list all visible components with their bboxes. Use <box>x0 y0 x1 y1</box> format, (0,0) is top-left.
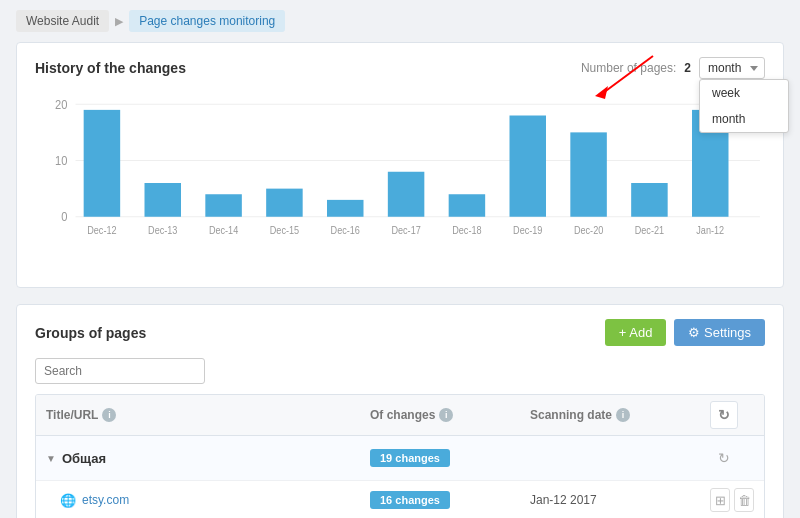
chart-header: History of the changes Number of pages: … <box>35 57 765 79</box>
group-actions-cell: ↻ <box>710 444 754 472</box>
groups-actions: + Add ⚙ Settings <box>605 319 765 346</box>
svg-text:20: 20 <box>55 97 68 111</box>
chart-svg: 20 10 0 Dec-12 Dec-13 Dec-14 Dec-15 Dec- <box>35 93 765 273</box>
breadcrumb-page-changes[interactable]: Page changes monitoring <box>129 10 285 32</box>
num-pages-label: Number of pages: <box>581 61 676 75</box>
group-name-cell: ▼ Общая <box>46 451 370 466</box>
dropdown-item-week[interactable]: week <box>700 80 788 106</box>
svg-text:0: 0 <box>61 210 68 224</box>
col-title-url: Title/URL i <box>46 401 370 429</box>
chart-controls: Number of pages: 2 week month week month <box>581 57 765 79</box>
table-row: 🌐 etsy.com 16 changes Jan-12 2017 ⊞ 🗑 <box>36 481 764 518</box>
row1-delete-button[interactable]: 🗑 <box>734 488 754 512</box>
main-content: History of the changes Number of pages: … <box>0 42 800 518</box>
bar-dec15 <box>266 189 302 217</box>
breadcrumb-website-audit[interactable]: Website Audit <box>16 10 109 32</box>
svg-text:Dec-19: Dec-19 <box>513 224 542 236</box>
svg-text:Dec-13: Dec-13 <box>148 224 177 236</box>
col-scanning-date: Scanning date i <box>530 401 710 429</box>
groups-section: Groups of pages + Add ⚙ Settings Title/U… <box>16 304 784 518</box>
bar-dec17 <box>388 172 425 217</box>
row1-changes-badge: 16 changes <box>370 491 450 509</box>
bar-dec14 <box>205 194 242 217</box>
group-name-label: Общая <box>62 451 106 466</box>
bar-dec13 <box>145 183 182 217</box>
groups-title: Groups of pages <box>35 325 146 341</box>
col-scanning-date-label: Scanning date <box>530 408 612 422</box>
bar-dec12 <box>84 110 120 217</box>
svg-text:Dec-12: Dec-12 <box>87 224 116 236</box>
col-title-url-label: Title/URL <box>46 408 98 422</box>
col-of-changes-label: Of changes <box>370 408 435 422</box>
row1-url-link[interactable]: etsy.com <box>82 493 129 507</box>
expand-icon[interactable]: ▼ <box>46 453 56 464</box>
groups-header: Groups of pages + Add ⚙ Settings <box>35 319 765 346</box>
svg-text:10: 10 <box>55 153 68 167</box>
col-actions: ↻ <box>710 401 754 429</box>
row1-actions: ⊞ 🗑 <box>710 488 754 512</box>
chart-card: History of the changes Number of pages: … <box>16 42 784 288</box>
bar-dec20 <box>570 132 607 216</box>
chart-area: 20 10 0 Dec-12 Dec-13 Dec-14 Dec-15 Dec- <box>35 93 765 273</box>
group-row-obshaya: ▼ Общая 19 changes ↻ <box>36 436 764 481</box>
bar-dec19 <box>510 116 547 217</box>
col-of-changes: Of changes i <box>370 401 530 429</box>
chart-title: History of the changes <box>35 60 186 76</box>
row1-url-cell: 🌐 etsy.com <box>60 493 370 508</box>
num-pages-value: 2 <box>684 61 691 75</box>
svg-text:Jan-12: Jan-12 <box>696 224 724 236</box>
period-dropdown-menu: week month <box>699 79 789 133</box>
bar-dec21 <box>631 183 668 217</box>
bar-dec16 <box>327 200 364 217</box>
settings-button[interactable]: ⚙ Settings <box>674 319 765 346</box>
add-button[interactable]: + Add <box>605 319 667 346</box>
title-url-info-icon[interactable]: i <box>102 408 116 422</box>
svg-text:Dec-15: Dec-15 <box>270 224 299 236</box>
svg-text:Dec-21: Dec-21 <box>635 224 664 236</box>
group-changes-cell: 19 changes <box>370 449 530 467</box>
header-refresh-button[interactable]: ↻ <box>710 401 738 429</box>
row1-view-button[interactable]: ⊞ <box>710 488 730 512</box>
svg-text:Dec-16: Dec-16 <box>331 224 360 236</box>
row1-scan-date: Jan-12 2017 <box>530 493 710 507</box>
of-changes-info-icon[interactable]: i <box>439 408 453 422</box>
pages-table: Title/URL i Of changes i Scanning date i… <box>35 394 765 518</box>
period-select[interactable]: week month <box>699 57 765 79</box>
svg-text:Dec-14: Dec-14 <box>209 224 239 236</box>
period-dropdown-wrapper: week month week month <box>699 57 765 79</box>
svg-text:Dec-20: Dec-20 <box>574 224 603 236</box>
table-header: Title/URL i Of changes i Scanning date i… <box>36 395 764 436</box>
group-refresh-button[interactable]: ↻ <box>710 444 738 472</box>
group-changes-badge: 19 changes <box>370 449 450 467</box>
dropdown-item-month[interactable]: month <box>700 106 788 132</box>
row1-changes-cell: 16 changes <box>370 491 530 509</box>
search-input[interactable] <box>35 358 205 384</box>
globe-icon: 🌐 <box>60 493 76 508</box>
bar-dec18 <box>449 194 486 217</box>
scanning-date-info-icon[interactable]: i <box>616 408 630 422</box>
breadcrumb-separator: ▶ <box>115 15 123 28</box>
svg-text:Dec-17: Dec-17 <box>391 224 420 236</box>
svg-text:Dec-18: Dec-18 <box>452 224 481 236</box>
breadcrumb: Website Audit ▶ Page changes monitoring <box>0 0 800 42</box>
